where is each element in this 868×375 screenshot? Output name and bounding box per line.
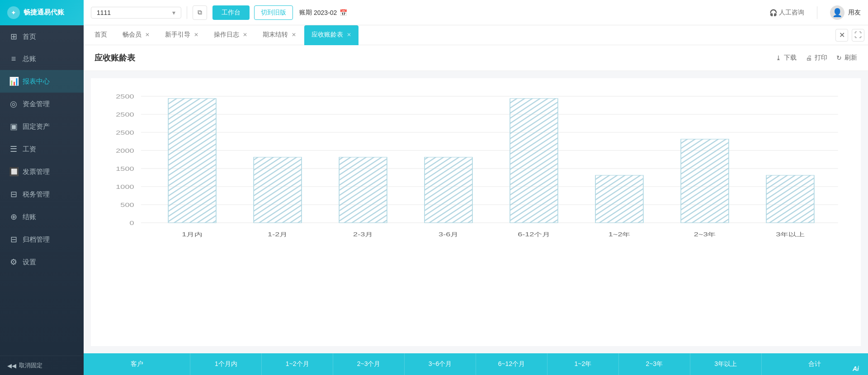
chart-area: 0 500 1000 1500 2000 2500 2500 2500 bbox=[91, 78, 861, 346]
sidebar-footer[interactable]: ◀◀ 取消固定 bbox=[0, 356, 84, 375]
svg-text:2500: 2500 bbox=[116, 112, 134, 117]
sidebar-label-funds: 资金管理 bbox=[23, 100, 50, 108]
copy-button[interactable]: ⧉ bbox=[193, 5, 207, 20]
svg-rect-27 bbox=[595, 175, 643, 223]
tab-label-aging: 应收账龄表 bbox=[311, 31, 343, 39]
user-area[interactable]: 👤 用友 bbox=[830, 5, 861, 20]
svg-text:2~3年: 2~3年 bbox=[694, 231, 716, 237]
checkout-icon: ⊕ bbox=[9, 212, 18, 222]
svg-text:3年以上: 3年以上 bbox=[776, 231, 804, 237]
tabs-actions: ✕ ⛶ bbox=[835, 29, 864, 42]
svg-rect-25 bbox=[510, 98, 558, 223]
sidebar-label-checkout: 结账 bbox=[23, 213, 36, 221]
sidebar-item-reports[interactable]: 📊 报表中心 bbox=[0, 70, 84, 93]
page-content: 应收账龄表 ⤓ 下载 🖨 打印 ↻ 刷新 bbox=[84, 45, 868, 375]
tab-close-period_end[interactable]: ✕ bbox=[292, 32, 296, 38]
expand-tab-button[interactable]: ⛶ bbox=[852, 29, 864, 42]
tab-home[interactable]: 首页 bbox=[87, 25, 114, 45]
sidebar-item-tax[interactable]: ⊟ 税务管理 bbox=[0, 183, 84, 206]
tab-oplog[interactable]: 操作日志✕ bbox=[207, 25, 255, 45]
tab-close-member[interactable]: ✕ bbox=[145, 32, 150, 38]
ai-badge: Ai bbox=[844, 362, 868, 375]
user-name: 用友 bbox=[848, 9, 861, 17]
pin-icon: ◀◀ bbox=[7, 362, 16, 369]
funds-icon: ◎ bbox=[9, 99, 18, 109]
sidebar-label-salary: 工资 bbox=[23, 145, 36, 154]
chart-container: 0 500 1000 1500 2000 2500 2500 2500 bbox=[100, 87, 852, 250]
divider bbox=[187, 6, 187, 19]
sidebar-item-invoice[interactable]: 🔲 发票管理 bbox=[0, 160, 84, 183]
svg-rect-19 bbox=[254, 157, 302, 223]
main-layout: ⊞ 首页 ≡ 总账 📊 报表中心 ◎ 资金管理 ▣ 固定资产 ☰ 工资 🔲 发票… bbox=[0, 25, 868, 375]
svg-text:1-2月: 1-2月 bbox=[268, 231, 288, 237]
svg-text:1000: 1000 bbox=[116, 184, 134, 190]
header: ✦ 畅捷通易代账 1111 ▾ ⧉ 工作台 切到旧版 账期 2023-02 📅 … bbox=[0, 0, 868, 25]
download-icon: ⤓ bbox=[776, 54, 781, 61]
logo-area: ✦ 畅捷通易代账 bbox=[0, 0, 84, 25]
tab-close-aging[interactable]: ✕ bbox=[347, 32, 351, 38]
tab-label-period_end: 期末结转 bbox=[263, 31, 288, 39]
download-button[interactable]: ⤓ 下载 bbox=[776, 54, 797, 62]
sidebar: ⊞ 首页 ≡ 总账 📊 报表中心 ◎ 资金管理 ▣ 固定资产 ☰ 工资 🔲 发票… bbox=[0, 25, 84, 375]
sidebar-item-salary[interactable]: ☰ 工资 bbox=[0, 138, 84, 160]
support-link[interactable]: 🎧 人工咨询 bbox=[769, 9, 804, 17]
page-header: 应收账龄表 ⤓ 下载 🖨 打印 ↻ 刷新 bbox=[84, 45, 868, 71]
company-selector[interactable]: 1111 ▾ bbox=[91, 7, 181, 19]
copy-icon: ⧉ bbox=[198, 9, 202, 16]
sidebar-item-settings[interactable]: ⚙ 设置 bbox=[0, 251, 84, 273]
svg-rect-31 bbox=[766, 175, 814, 223]
tab-label-home: 首页 bbox=[94, 31, 107, 39]
sidebar-label-ledger: 总账 bbox=[23, 55, 36, 63]
sidebar-item-funds[interactable]: ◎ 资金管理 bbox=[0, 93, 84, 115]
svg-text:500: 500 bbox=[120, 202, 134, 208]
ai-label: Ai bbox=[853, 365, 859, 372]
tax-icon: ⊟ bbox=[9, 189, 18, 199]
sidebar-label-tax: 税务管理 bbox=[23, 190, 50, 199]
svg-text:1500: 1500 bbox=[116, 166, 134, 172]
header-right: 🎧 人工咨询 👤 用友 bbox=[769, 5, 861, 20]
svg-rect-23 bbox=[425, 157, 472, 223]
ledger-icon: ≡ bbox=[9, 54, 18, 64]
close-tab-button[interactable]: ✕ bbox=[835, 29, 848, 42]
refresh-icon: ↻ bbox=[836, 54, 842, 61]
tab-aging[interactable]: 应收账龄表✕ bbox=[304, 25, 359, 45]
sidebar-label-invoice: 发票管理 bbox=[23, 168, 50, 176]
tab-close-oplog[interactable]: ✕ bbox=[243, 32, 247, 38]
workbench-button[interactable]: 工作台 bbox=[212, 5, 250, 20]
svg-text:2500: 2500 bbox=[116, 130, 134, 136]
content-area: 首页畅会员✕新手引导✕操作日志✕期末结转✕应收账龄表✕ ✕ ⛶ 应收账龄表 ⤓ … bbox=[84, 25, 868, 375]
table-header-col-8: 3年以上 bbox=[690, 353, 762, 375]
tab-close-guide[interactable]: ✕ bbox=[194, 32, 198, 38]
svg-text:3-6月: 3-6月 bbox=[439, 231, 458, 237]
sidebar-item-home[interactable]: ⊞ 首页 bbox=[0, 25, 84, 48]
sidebar-item-checkout[interactable]: ⊕ 结账 bbox=[0, 206, 84, 228]
page-title: 应收账龄表 bbox=[94, 52, 135, 63]
avatar: 👤 bbox=[830, 5, 844, 20]
svg-rect-29 bbox=[681, 139, 729, 223]
sidebar-item-assets[interactable]: ▣ 固定资产 bbox=[0, 115, 84, 138]
settings-icon: ⚙ bbox=[9, 257, 18, 267]
tab-period_end[interactable]: 期末结转✕ bbox=[255, 25, 303, 45]
tab-member[interactable]: 畅会员✕ bbox=[115, 25, 157, 45]
chevron-down-icon: ▾ bbox=[172, 9, 175, 16]
bar-chart: 0 500 1000 1500 2000 2500 2500 2500 bbox=[100, 87, 852, 250]
svg-text:2000: 2000 bbox=[116, 148, 134, 154]
sidebar-item-archive[interactable]: ⊟ 归档管理 bbox=[0, 228, 84, 251]
tab-label-oplog: 操作日志 bbox=[214, 31, 239, 39]
tab-guide[interactable]: 新手引导✕ bbox=[158, 25, 206, 45]
sidebar-footer-label: 取消固定 bbox=[19, 361, 42, 370]
sidebar-item-ledger[interactable]: ≡ 总账 bbox=[0, 48, 84, 70]
headset-icon: 🎧 bbox=[769, 9, 777, 16]
old-version-button[interactable]: 切到旧版 bbox=[254, 5, 293, 20]
tabs-bar: 首页畅会员✕新手引导✕操作日志✕期末结转✕应收账龄表✕ ✕ ⛶ bbox=[84, 25, 868, 45]
table-header-col-1: 1个月内 bbox=[190, 353, 262, 375]
print-button[interactable]: 🖨 打印 bbox=[806, 54, 827, 62]
table-header-col-0: 客户 bbox=[84, 353, 190, 375]
table-header-col-7: 2~3年 bbox=[619, 353, 690, 375]
refresh-button[interactable]: ↻ 刷新 bbox=[836, 54, 857, 62]
sidebar-label-archive: 归档管理 bbox=[23, 235, 50, 244]
svg-text:2500: 2500 bbox=[116, 94, 134, 99]
calendar-icon[interactable]: 📅 bbox=[340, 9, 347, 16]
table-header-col-6: 1~2年 bbox=[547, 353, 619, 375]
svg-text:6-12个月: 6-12个月 bbox=[518, 231, 550, 237]
